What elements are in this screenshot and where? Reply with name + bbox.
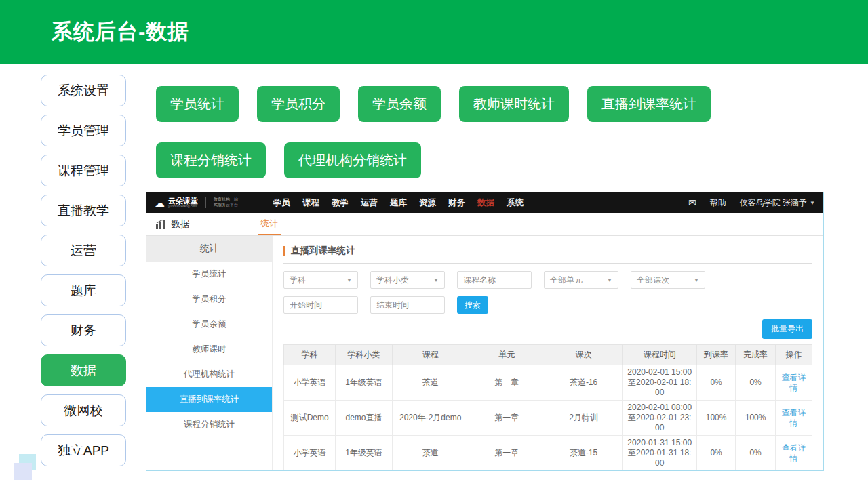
batch-export-button[interactable]: 批量导出: [762, 319, 812, 339]
table-header-cell: 单元: [469, 345, 545, 365]
sidebar-button[interactable]: 运营: [41, 235, 126, 266]
filter-row-1: 学科 ▼ 学科小类 ▼ 课程名称 全部单元 ▼ 全部课次 ▼: [283, 271, 812, 289]
logo-subtitle: yunduoketang.com: [168, 205, 198, 209]
quick-buttons-area: 学员统计学员积分学员余额教师课时统计直播到课率统计 课程分销统计代理机构分销统计: [156, 86, 766, 199]
table-cell: 2020-02-01 15:00至2020-02-01 18:00: [623, 365, 697, 401]
sidenav-item[interactable]: 课程分销统计: [146, 412, 272, 437]
quick-button[interactable]: 教师课时统计: [459, 86, 569, 122]
table-cell: 2月特训: [545, 401, 623, 436]
sidenav-item[interactable]: 学员余额: [146, 312, 272, 337]
breadcrumb-section: 数据: [171, 218, 190, 230]
course-name-input[interactable]: 课程名称: [457, 271, 532, 289]
table-cell: 100%: [735, 401, 775, 436]
quick-button[interactable]: 学员余额: [358, 86, 441, 122]
sidenav-item[interactable]: 学员积分: [146, 287, 272, 312]
attendance-table: 学科学科小类课程单元课次课程时间到课率完成率操作 小学英语1年级英语茶道第一章茶…: [283, 344, 812, 470]
sidenav-item[interactable]: 直播到课率统计: [146, 387, 272, 412]
table-cell: 茶道: [392, 365, 469, 401]
account-menu[interactable]: 侠客岛学院 张涵予 ▼: [740, 197, 815, 209]
admin-nav-item[interactable]: 运营: [361, 197, 378, 209]
table-cell: 1年级英语: [336, 365, 392, 401]
sidenav-item[interactable]: 代理机构统计: [146, 362, 272, 387]
view-detail-link[interactable]: 查看详情: [782, 408, 806, 428]
admin-screenshot: ☁ 云朵课堂 yunduoketang.com 教育机构一站 式服务云平台 学员…: [146, 192, 824, 471]
table-cell: 2020-02-01 08:00至2020-02-01 23:00: [623, 401, 697, 436]
end-time-input[interactable]: 结束时间: [370, 296, 445, 314]
help-link[interactable]: 帮助: [710, 197, 726, 209]
table-cell: 0%: [697, 436, 736, 471]
sidenav-header: 统计: [146, 236, 272, 262]
sidebar-button[interactable]: 系统设置: [41, 75, 126, 106]
admin-nav-item[interactable]: 资源: [419, 197, 436, 209]
caret-down-icon: ▼: [433, 277, 439, 283]
table-cell: 0%: [735, 436, 775, 471]
sidenav-item[interactable]: 学员统计: [146, 262, 272, 287]
admin-nav-item[interactable]: 系统: [507, 197, 524, 209]
mail-icon[interactable]: ✉: [688, 197, 696, 208]
start-time-input[interactable]: 开始时间: [283, 296, 358, 314]
sidebar-button[interactable]: 直播教学: [41, 195, 126, 226]
table-header-cell: 学科: [284, 345, 336, 365]
admin-topnav: ☁ 云朵课堂 yunduoketang.com 教育机构一站 式服务云平台 学员…: [146, 192, 823, 213]
admin-breadcrumb-bar: 数据 统计: [146, 213, 823, 236]
quick-button[interactable]: 学员统计: [156, 86, 239, 122]
sidebar-button[interactable]: 财务: [41, 314, 126, 346]
quick-button[interactable]: 课程分销统计: [156, 142, 266, 178]
quick-buttons-row-2: 课程分销统计代理机构分销统计: [156, 142, 766, 178]
table-header-cell: 完成率: [735, 345, 775, 365]
decor-square-lavender: [14, 463, 32, 480]
view-detail-link[interactable]: 查看详情: [782, 373, 806, 392]
quick-button[interactable]: 学员积分: [257, 86, 340, 122]
table-cell: 茶道-16: [545, 365, 623, 401]
table-row: 测试Demodemo直播2020年-2月demo第一章2月特训2020-02-0…: [284, 401, 812, 436]
title-accent-bar: [283, 246, 285, 256]
admin-nav-item[interactable]: 学员: [273, 197, 290, 209]
table-cell: 茶道-15: [545, 436, 623, 471]
logo-divider: [205, 197, 206, 208]
table-cell: 测试Demo: [284, 401, 336, 436]
sidebar-button[interactable]: 微网校: [41, 394, 126, 426]
subject-subcategory-select[interactable]: 学科小类 ▼: [370, 271, 445, 289]
table-cell: 第一章: [469, 436, 545, 471]
logo-tagline: 教育机构一站 式服务云平台: [214, 197, 238, 208]
logo[interactable]: ☁ 云朵课堂 yunduoketang.com 教育机构一站 式服务云平台: [155, 197, 238, 209]
table-cell: 2020-01-31 15:00至2020-01-31 18:00: [623, 436, 697, 471]
admin-nav-item[interactable]: 数据: [477, 197, 494, 209]
content-title-row: 直播到课率统计: [283, 241, 812, 264]
table-cell: 0%: [697, 365, 736, 401]
unit-select[interactable]: 全部单元 ▼: [544, 271, 618, 289]
sidenav-item[interactable]: 教师课时: [146, 337, 272, 362]
tab-statistics[interactable]: 统计: [258, 213, 281, 235]
sidebar-button[interactable]: 独立APP: [41, 434, 126, 466]
data-chart-icon: [156, 220, 166, 229]
quick-button[interactable]: 直播到课率统计: [587, 86, 711, 122]
search-button[interactable]: 搜索: [457, 296, 488, 314]
admin-nav-item[interactable]: 题库: [390, 197, 407, 209]
outer-sidebar: 系统设置学员管理课程管理直播教学运营题库财务数据微网校独立APP: [41, 75, 126, 466]
admin-nav-item[interactable]: 财务: [448, 197, 465, 209]
cloud-logo-icon: ☁: [155, 198, 165, 208]
filter-row-2: 开始时间 结束时间 搜索: [283, 296, 812, 314]
admin-nav-item[interactable]: 课程: [302, 197, 319, 209]
caret-down-icon: ▼: [810, 200, 815, 206]
quick-button[interactable]: 代理机构分销统计: [284, 142, 421, 178]
subject-select[interactable]: 学科 ▼: [283, 271, 358, 289]
table-cell: 茶道: [392, 436, 469, 471]
table-header-cell: 课程时间: [623, 345, 697, 365]
sidebar-button[interactable]: 数据: [41, 354, 126, 386]
table-action-cell: 查看详情: [776, 401, 812, 436]
sidebar-button[interactable]: 课程管理: [41, 155, 126, 186]
content-title: 直播到课率统计: [291, 245, 355, 257]
admin-nav-item[interactable]: 教学: [332, 197, 349, 209]
caret-down-icon: ▼: [694, 277, 699, 283]
table-cell: 100%: [697, 401, 736, 436]
admin-body: 统计 学员统计学员积分学员余额教师课时代理机构统计直播到课率统计课程分销统计 直…: [146, 236, 823, 470]
sidebar-button[interactable]: 学员管理: [41, 115, 126, 146]
table-body: 小学英语1年级英语茶道第一章茶道-162020-02-01 15:00至2020…: [284, 365, 812, 471]
sidebar-button[interactable]: 题库: [41, 274, 126, 306]
view-detail-link[interactable]: 查看详情: [782, 443, 806, 463]
table-header-cell: 课次: [545, 345, 623, 365]
page-title: 系统后台-数据: [52, 18, 189, 46]
lesson-select[interactable]: 全部课次 ▼: [631, 271, 705, 289]
table-cell: 第一章: [469, 365, 545, 401]
